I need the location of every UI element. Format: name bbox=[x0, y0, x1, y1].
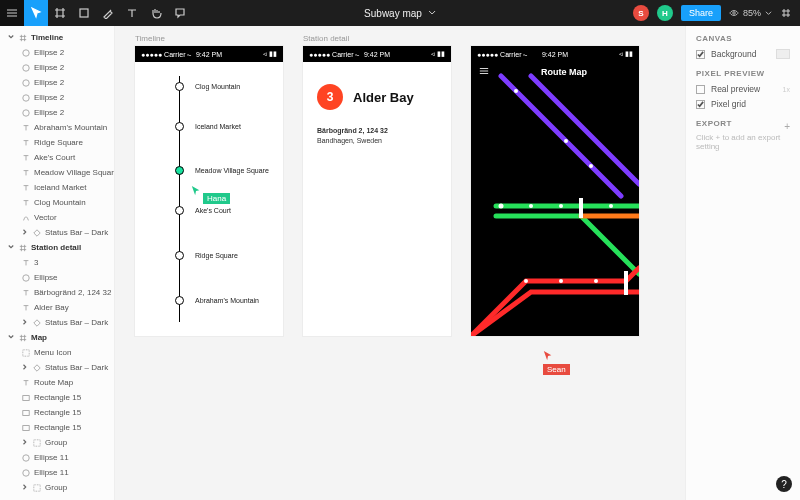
svg-rect-11 bbox=[23, 425, 29, 430]
group-icon bbox=[33, 484, 41, 492]
svg-rect-0 bbox=[80, 9, 88, 17]
layer-row[interactable]: 3 bbox=[0, 255, 114, 270]
shape-tool-button[interactable] bbox=[72, 0, 96, 26]
caret-icon bbox=[22, 438, 30, 447]
status-carrier: ●●●●● Carrier ⏦ bbox=[141, 51, 191, 58]
artboard-map[interactable]: Map ●●●●● Carrier ⏦ 9:42 PM ◃ ▮▮ Route M… bbox=[471, 46, 639, 336]
pixel-grid-row[interactable]: Pixel grid bbox=[696, 99, 790, 109]
layer-row[interactable]: Ellipse 11 bbox=[0, 465, 114, 480]
layer-row[interactable]: Status Bar – Dark bbox=[0, 315, 114, 330]
layer-row[interactable]: Timeline bbox=[0, 30, 114, 45]
zoom-control[interactable]: 85% bbox=[729, 8, 772, 18]
hand-tool-button[interactable] bbox=[144, 0, 168, 26]
ellipse-icon bbox=[22, 49, 30, 57]
address-line: Bandhagen, Sweden bbox=[317, 136, 437, 146]
properties-panel: CANVAS Background PIXEL PREVIEW Real pre… bbox=[685, 26, 800, 500]
layer-row[interactable]: Ellipse 2 bbox=[0, 75, 114, 90]
collaborator-cursor-sean: Sean bbox=[543, 350, 570, 375]
route-line bbox=[179, 76, 180, 322]
stop-label: Meadow Village Square bbox=[195, 167, 269, 174]
component-icon bbox=[33, 229, 41, 237]
stop-dot bbox=[175, 166, 184, 175]
layer-row[interactable]: Meadow Village Square bbox=[0, 165, 114, 180]
layer-row[interactable]: Ellipse 2 bbox=[0, 60, 114, 75]
layer-row[interactable]: Ellipse bbox=[0, 270, 114, 285]
canvas[interactable]: Timeline ●●●●● Carrier ⏦ 9:42 PM ◃ ▮▮ Cl… bbox=[115, 26, 685, 500]
share-button[interactable]: Share bbox=[681, 5, 721, 21]
move-tool-button[interactable] bbox=[24, 0, 48, 26]
pen-tool-button[interactable] bbox=[96, 0, 120, 26]
artboard-label[interactable]: Timeline bbox=[135, 34, 165, 43]
group-icon bbox=[33, 439, 41, 447]
svg-rect-8 bbox=[23, 349, 29, 355]
layer-row[interactable]: Ellipse 2 bbox=[0, 45, 114, 60]
settings-icon[interactable] bbox=[780, 7, 792, 19]
layer-row[interactable]: Rectangle 15 bbox=[0, 420, 114, 435]
text-icon bbox=[22, 124, 30, 132]
status-time: 9:42 PM bbox=[196, 51, 222, 58]
real-preview-label: Real preview bbox=[711, 84, 760, 94]
layer-row[interactable]: Group bbox=[0, 480, 114, 495]
text-icon bbox=[22, 289, 30, 297]
layer-row[interactable]: Ake's Court bbox=[0, 150, 114, 165]
layer-label: Ellipse 2 bbox=[34, 63, 64, 72]
layer-row[interactable]: Status Bar – Dark bbox=[0, 225, 114, 240]
layer-row[interactable]: Ellipse 2 bbox=[0, 90, 114, 105]
layer-label: Rectangle 15 bbox=[34, 393, 81, 402]
color-swatch[interactable] bbox=[776, 49, 790, 59]
artboard-label[interactable]: Station detail bbox=[303, 34, 349, 43]
layer-row[interactable]: Map bbox=[0, 330, 114, 345]
avatar-sean[interactable]: S bbox=[633, 5, 649, 21]
layer-row[interactable]: Abraham's Mountain bbox=[0, 120, 114, 135]
layer-label: Menu Icon bbox=[34, 348, 71, 357]
background-row[interactable]: Background bbox=[696, 49, 790, 59]
document-title[interactable]: Subway map bbox=[364, 8, 436, 19]
layer-row[interactable]: Alder Bay bbox=[0, 300, 114, 315]
layer-row[interactable]: Menu Icon bbox=[0, 345, 114, 360]
frame-tool-button[interactable] bbox=[48, 0, 72, 26]
stop-dot bbox=[175, 296, 184, 305]
toolbar-right: S H Share 85% bbox=[633, 5, 800, 21]
artboard-station-detail[interactable]: Station detail ●●●●● Carrier ⏦ 9:42 PM ◃… bbox=[303, 46, 451, 336]
layer-row[interactable]: Bärbogränd 2, 124 32 … bbox=[0, 285, 114, 300]
layer-label: Ellipse 11 bbox=[34, 468, 69, 477]
svg-rect-22 bbox=[579, 198, 583, 218]
layer-row[interactable]: Vector bbox=[0, 210, 114, 225]
chevron-down-icon bbox=[765, 10, 772, 17]
layer-label: Ellipse 2 bbox=[34, 48, 64, 57]
text-icon bbox=[22, 169, 30, 177]
layer-row[interactable]: Rectangle 15 bbox=[0, 405, 114, 420]
layer-row[interactable]: Ellipse 2 bbox=[0, 105, 114, 120]
stop-label: Ake's Court bbox=[195, 207, 231, 214]
layer-label: Abraham's Mountain bbox=[34, 123, 107, 132]
text-tool-button[interactable] bbox=[120, 0, 144, 26]
ellipse-icon bbox=[22, 64, 30, 72]
layer-row[interactable]: Station detail bbox=[0, 240, 114, 255]
help-button[interactable]: ? bbox=[776, 476, 792, 492]
ellipse-icon bbox=[22, 274, 30, 282]
avatar-hana[interactable]: H bbox=[657, 5, 673, 21]
layer-label: Alder Bay bbox=[34, 303, 69, 312]
status-bar: ●●●●● Carrier ⏦ 9:42 PM ◃ ▮▮ bbox=[303, 46, 451, 62]
layer-row[interactable]: Route Map bbox=[0, 375, 114, 390]
status-bar: ●●●●● Carrier ⏦ 9:42 PM ◃ ▮▮ bbox=[135, 46, 283, 62]
layer-label: Status Bar – Dark bbox=[45, 318, 108, 327]
svg-point-16 bbox=[514, 89, 518, 93]
frame-icon bbox=[19, 334, 27, 342]
svg-rect-12 bbox=[34, 439, 40, 445]
layer-row[interactable]: Clog Mountain bbox=[0, 195, 114, 210]
real-preview-row[interactable]: Real preview 1x bbox=[696, 84, 790, 94]
layer-row[interactable]: Group bbox=[0, 435, 114, 450]
layer-row[interactable]: Ellipse 11 bbox=[0, 450, 114, 465]
rect-icon bbox=[22, 394, 30, 402]
layer-row[interactable]: Status Bar – Dark bbox=[0, 360, 114, 375]
layer-label: Bärbogränd 2, 124 32 … bbox=[34, 288, 115, 297]
layer-row[interactable]: Rectangle 15 bbox=[0, 390, 114, 405]
text-icon bbox=[22, 199, 30, 207]
add-export-button[interactable]: + bbox=[784, 121, 790, 132]
main-menu-button[interactable] bbox=[0, 0, 24, 26]
comment-tool-button[interactable] bbox=[168, 0, 192, 26]
layer-row[interactable]: Ridge Square bbox=[0, 135, 114, 150]
layer-row[interactable]: Iceland Market bbox=[0, 180, 114, 195]
stop-label: Abraham's Mountain bbox=[195, 297, 259, 304]
